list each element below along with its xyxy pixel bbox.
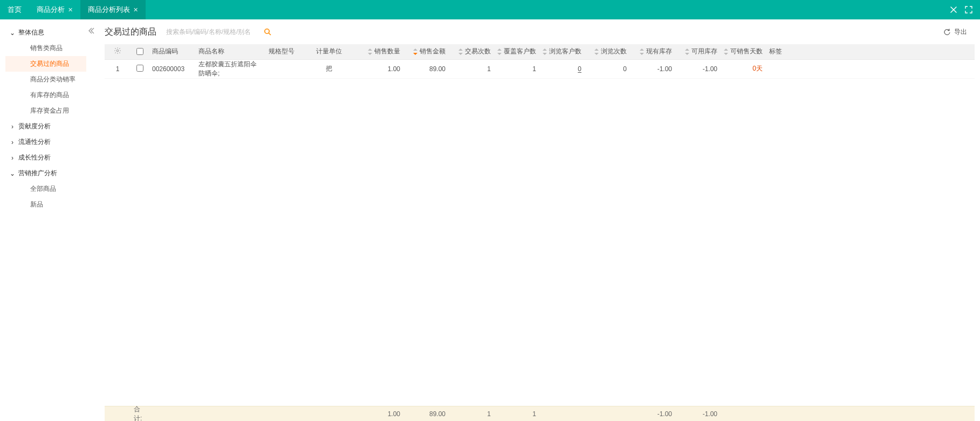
- sidebar-item-sales-products[interactable]: 销售类商品: [5, 40, 86, 56]
- th-customers[interactable]: 覆盖客户数: [494, 44, 539, 59]
- cell-stock: -1.00: [630, 59, 675, 78]
- sort-icon: [368, 49, 372, 55]
- sidebar-item-traded-products[interactable]: 交易过的商品: [5, 56, 86, 72]
- export-label: 导出: [954, 27, 967, 37]
- cell-customers: 1: [494, 59, 539, 78]
- tab-label: 商品分析列表: [88, 5, 130, 15]
- th-code[interactable]: 商品编码: [149, 44, 195, 59]
- th-amount[interactable]: 销售金额: [403, 44, 449, 59]
- sort-icon: [685, 49, 689, 55]
- sidebar-group-marketing[interactable]: ⌄ 营销推广分析: [5, 165, 86, 181]
- sidebar-group-circulation[interactable]: › 流通性分析: [5, 134, 86, 150]
- th-stock[interactable]: 现有库存: [630, 44, 675, 59]
- sidebar-group-label: 成长性分析: [18, 153, 51, 162]
- totals-view-customers: [539, 406, 585, 421]
- table-head: 商品编码 商品名称 规格型号 计量单位 销售数量 销售金额 交易次数 覆盖客户数…: [105, 44, 975, 59]
- sort-icon: [543, 49, 547, 55]
- tab-label: 商品分析: [37, 5, 65, 15]
- cell-code: 002600003: [149, 59, 195, 78]
- sort-icon: [594, 49, 599, 55]
- gear-icon: [114, 47, 121, 56]
- tab-home[interactable]: 首页: [0, 0, 29, 19]
- th-tags[interactable]: 标签: [766, 44, 975, 59]
- cell-name: 左都胶囊五折遮阳伞防晒伞;: [195, 59, 265, 78]
- th-checkbox[interactable]: [131, 44, 149, 59]
- totals-row: 合计: 1.00 89.00 1 1 -1.00 -1.00: [105, 406, 975, 421]
- cell-view-customers: 0: [539, 59, 585, 78]
- main: 交易过的商品 导出: [86, 19, 980, 421]
- sidebar-item-all-products[interactable]: 全部商品: [5, 181, 86, 197]
- row-checkbox[interactable]: [136, 65, 143, 72]
- th-settings[interactable]: [105, 44, 131, 59]
- cell-amount: 89.00: [403, 59, 449, 78]
- tabbar-right: [950, 0, 980, 19]
- sidebar-item-new-products[interactable]: 新品: [5, 197, 86, 212]
- sort-icon: [413, 49, 417, 55]
- cell-spec: [265, 59, 306, 78]
- th-available[interactable]: 可用库存: [675, 44, 721, 59]
- export-button[interactable]: 导出: [943, 27, 972, 37]
- page-header: 交易过的商品 导出: [92, 19, 980, 44]
- cell-qty: 1.00: [352, 59, 403, 78]
- sidebar-item-category-turnover[interactable]: 商品分类动销率: [5, 72, 86, 87]
- cell-unit: 把: [306, 59, 352, 78]
- th-view-customers[interactable]: 浏览客户数: [539, 44, 585, 59]
- cell-tags: [766, 59, 975, 78]
- sidebar-item-in-stock-products[interactable]: 有库存的商品: [5, 87, 86, 103]
- sidebar-group-contribution[interactable]: › 贡献度分析: [5, 119, 86, 134]
- totals-stock: -1.00: [630, 406, 675, 421]
- th-views[interactable]: 浏览次数: [585, 44, 630, 59]
- table-body: 1 002600003 左都胶囊五折遮阳伞防晒伞; 把 1.00 89.00 1…: [105, 59, 975, 78]
- sidebar-group-label: 流通性分析: [18, 137, 51, 147]
- th-name[interactable]: 商品名称: [195, 44, 265, 59]
- totals-available: -1.00: [675, 406, 721, 421]
- table-row[interactable]: 1 002600003 左都胶囊五折遮阳伞防晒伞; 把 1.00 89.00 1…: [105, 59, 975, 78]
- close-icon[interactable]: ✕: [133, 6, 138, 13]
- chevron-down-icon: ⌄: [10, 29, 15, 37]
- sidebar-item-inventory-funds[interactable]: 库存资金占用: [5, 103, 86, 119]
- close-panel-icon[interactable]: [950, 6, 957, 13]
- left-gutter: [0, 19, 5, 421]
- totals-customers: 1: [494, 406, 539, 421]
- cell-days: 0天: [721, 59, 766, 78]
- collapse-sidebar-icon[interactable]: [86, 26, 96, 36]
- chevron-down-icon: ⌄: [10, 170, 15, 177]
- sidebar: ⌄ 整体信息 销售类商品 交易过的商品 商品分类动销率 有库存的商品 库存资金占…: [5, 19, 86, 421]
- totals-label: 合计:: [131, 406, 149, 421]
- sidebar-group-growth[interactable]: › 成长性分析: [5, 150, 86, 165]
- fullscreen-icon[interactable]: [965, 6, 972, 13]
- th-qty[interactable]: 销售数量: [352, 44, 403, 59]
- sort-icon: [640, 49, 644, 55]
- cell-available: -1.00: [675, 59, 721, 78]
- sidebar-group-label: 整体信息: [18, 28, 44, 37]
- sidebar-group-overall[interactable]: ⌄ 整体信息: [5, 25, 86, 40]
- table: 商品编码 商品名称 规格型号 计量单位 销售数量 销售金额 交易次数 覆盖客户数…: [92, 44, 980, 406]
- svg-point-1: [116, 50, 119, 52]
- tab-label: 首页: [8, 5, 22, 15]
- sidebar-group-label: 贡献度分析: [18, 122, 51, 131]
- tab-product-analysis[interactable]: 商品分析 ✕: [29, 0, 80, 19]
- select-all-checkbox[interactable]: [136, 48, 143, 55]
- page-title: 交易过的商品: [105, 26, 156, 38]
- chevron-right-icon: ›: [10, 139, 15, 146]
- totals-qty: 1.00: [352, 406, 403, 421]
- chevron-right-icon: ›: [10, 123, 15, 130]
- close-icon[interactable]: ✕: [68, 6, 73, 13]
- cell-checkbox: [131, 59, 149, 78]
- search-input[interactable]: [166, 25, 274, 39]
- th-spec[interactable]: 规格型号: [265, 44, 306, 59]
- tab-product-analysis-list[interactable]: 商品分析列表 ✕: [80, 0, 146, 19]
- th-unit[interactable]: 计量单位: [306, 44, 352, 59]
- totals-trades: 1: [449, 406, 494, 421]
- sort-icon: [724, 49, 728, 55]
- cell-rownum: 1: [105, 59, 131, 78]
- th-trades[interactable]: 交易次数: [449, 44, 494, 59]
- th-days[interactable]: 可销售天数: [721, 44, 766, 59]
- search-box: [166, 25, 274, 39]
- cell-views: 0: [585, 59, 630, 78]
- view-customers-value[interactable]: 0: [578, 65, 581, 73]
- sidebar-group-label: 营销推广分析: [18, 169, 57, 178]
- totals-amount: 89.00: [403, 406, 449, 421]
- search-icon[interactable]: [261, 25, 274, 39]
- tabbar: 首页 商品分析 ✕ 商品分析列表 ✕: [0, 0, 980, 19]
